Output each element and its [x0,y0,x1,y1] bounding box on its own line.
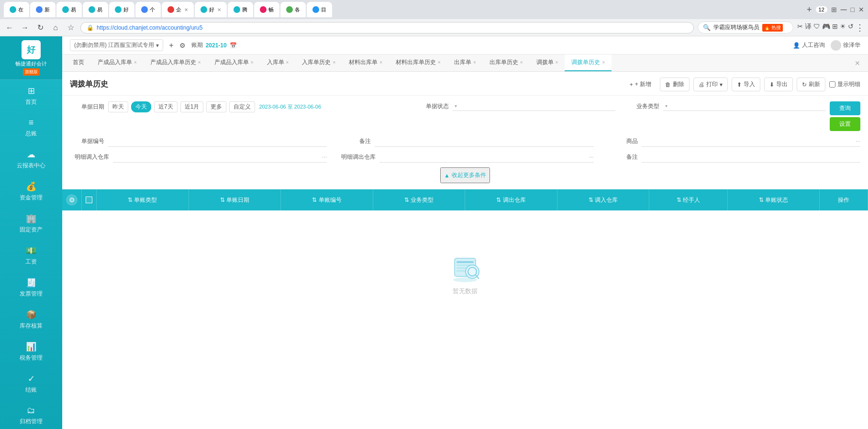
export-button[interactable]: ⬇ 导出 [764,77,793,91]
custom-btn[interactable]: 自定义 [229,101,255,112]
sidebar-item-payroll[interactable]: 💵 工资 [0,240,62,272]
tab-close-icon[interactable]: × [520,60,523,65]
detail-in-ellipsis-icon[interactable]: ··· [322,154,327,160]
maximize-icon[interactable]: □ [851,6,855,13]
tab-grid-icon[interactable]: ⊞ [831,6,837,13]
tab-stock-in[interactable]: 入库单 × [260,55,296,71]
tab-transfer-history[interactable]: 调拨单历史 × [565,55,612,71]
minimize-icon[interactable]: ─ [841,5,847,15]
browser-tab-9[interactable]: 腾 [228,2,253,17]
business-type-select[interactable]: ▾ [663,101,826,111]
table-gear-icon[interactable]: ⚙ [66,194,78,206]
doc-no-input[interactable] [108,136,327,147]
sidebar-item-invoice[interactable]: 🧾 发票管理 [0,272,62,304]
tab-close-7[interactable]: ✕ [184,7,188,12]
tab-close-icon[interactable]: × [438,60,441,65]
service-button[interactable]: 👤 人工咨询 [793,41,825,49]
status-select[interactable]: ▾ [453,101,615,111]
close-window-icon[interactable]: ✕ [858,6,864,13]
col-in-warehouse[interactable]: ⇅ 调入仓库 [557,189,649,210]
tab-close-icon[interactable]: × [556,60,558,65]
checkbox-column[interactable] [82,189,97,210]
tab-stock-out[interactable]: 出库单 × [447,55,483,71]
detail-out-select[interactable]: ··· [379,152,593,163]
col-handler[interactable]: ⇅ 经手人 [649,189,727,210]
tab-bar-close[interactable]: ✕ [851,59,864,67]
browser-tab-4[interactable]: 易 [83,2,108,17]
sidebar-item-finance[interactable]: 💰 资金管理 [0,176,62,208]
tab-close-icon[interactable]: × [473,60,476,65]
sidebar-item-tax[interactable]: 📊 税务管理 [0,336,62,368]
col-doc-type[interactable]: ⇅ 单账类型 [97,189,189,210]
tab-home[interactable]: 首页 [66,55,91,71]
tab-finished-goods-in2[interactable]: 产成品入库单 × [208,55,260,71]
sidebar-item-reports[interactable]: ☁ 云报表中心 [0,143,62,176]
refresh-button[interactable]: ↻ [34,22,46,33]
tab-close-8[interactable]: ✕ [217,7,221,12]
goods-select[interactable]: ··· [642,136,860,147]
detail-in-select[interactable]: ··· [113,152,327,163]
browser-tab-10[interactable]: 畅 [254,2,279,17]
browser-tab-7[interactable]: 企 ✕ [162,2,194,17]
menu-icon[interactable]: ⋮ [856,22,864,33]
sidebar-item-assets[interactable]: 🏢 固定资产 [0,208,62,240]
refresh-button[interactable]: ↻ 刷新 [797,77,825,91]
forward-button[interactable]: → [19,22,31,33]
browser-tab-2[interactable]: 新 [30,2,56,17]
collapse-button[interactable]: ▲ 收起更多条件 [440,167,490,183]
col-doc-date[interactable]: ⇅ 单账日期 [189,189,281,210]
new-tab-button[interactable]: + [805,5,814,15]
ext1-icon[interactable]: 🛡 [813,22,820,33]
tab-transfer[interactable]: 调拨单 × [530,55,565,71]
tab-material-out[interactable]: 材料出库单 × [342,55,389,71]
browser-tab-1[interactable]: 在 [4,2,29,17]
tab-close-icon[interactable]: × [379,60,382,65]
company-selector[interactable]: (勿删勿禁用) 江西服宝测试专用 ▾ [70,39,163,51]
remark-input[interactable] [375,136,593,147]
filter-settings-button[interactable]: 设置 [830,117,860,131]
1month-btn[interactable]: 近1月 [180,101,204,112]
search-bar[interactable]: 🔍 学霸应聘场驱鸟员 🔥 热搜 [698,22,793,33]
tab-finished-goods-in[interactable]: 产成品入库单 × [91,55,144,71]
browser-tab-6[interactable]: 个 [135,2,161,17]
browser-tab-5[interactable]: 好 [109,2,134,17]
yesterday-btn[interactable]: 昨天 [108,101,128,112]
detail-out-ellipsis-icon[interactable]: ··· [589,154,594,160]
calendar-icon[interactable]: 📅 [230,42,237,49]
query-button[interactable]: 查询 [830,101,860,115]
scissors-icon[interactable]: ✂ [797,22,803,33]
tab-close-icon[interactable]: × [251,60,254,65]
col-out-warehouse[interactable]: ⇅ 调出仓库 [465,189,557,210]
tab-close-active-icon[interactable]: × [602,60,605,65]
more-btn[interactable]: 更多 [206,101,226,112]
col-doc-no[interactable]: ⇅ 单账编号 [281,189,373,210]
today-btn[interactable]: 今天 [131,101,151,112]
tab-close-icon[interactable]: × [134,60,137,65]
7days-btn[interactable]: 近7天 [154,101,178,112]
browser-tab-3[interactable]: 易 [56,2,82,17]
browser-tab-8[interactable]: 好 ✕ [195,2,227,17]
new-button[interactable]: + + 新增 [625,78,656,91]
browser-tab-12[interactable]: 目 [307,2,332,17]
import-button[interactable]: ⬆ 导入 [732,77,760,91]
sidebar-item-close[interactable]: ✓ 结账 [0,368,62,400]
address-bar[interactable]: 🔒 https://cloud.chanjet.com/accounting/u… [80,22,694,33]
delete-button[interactable]: 🗑 删除 [660,77,690,91]
add-company-button[interactable]: + [169,41,173,50]
col-doc-status[interactable]: ⇅ 单账状态 [727,189,820,210]
sidebar-item-inventory[interactable]: 📦 库存核算 [0,304,62,336]
star-button[interactable]: ☆ [65,22,77,33]
ext3-icon[interactable]: ⊞ [832,22,838,33]
col-business-type[interactable]: ⇅ 业务类型 [373,189,465,210]
ext2-icon[interactable]: 🎮 [822,22,830,33]
tab-close-icon[interactable]: × [286,60,289,65]
select-all-checkbox[interactable] [86,197,92,203]
print-dropdown-icon[interactable]: ▾ [720,81,723,88]
print-button[interactable]: 🖨 打印 ▾ [693,77,728,91]
browser-tab-11[interactable]: 各 [280,2,306,17]
detail-remark-input[interactable] [642,152,860,163]
undo-icon[interactable]: ↺ [848,22,854,33]
sidebar-item-ledger[interactable]: ≡ 总账 [0,112,62,143]
sidebar-item-home[interactable]: ⊞ 首页 [0,80,62,112]
close-all-tabs-icon[interactable]: ✕ [851,59,864,67]
